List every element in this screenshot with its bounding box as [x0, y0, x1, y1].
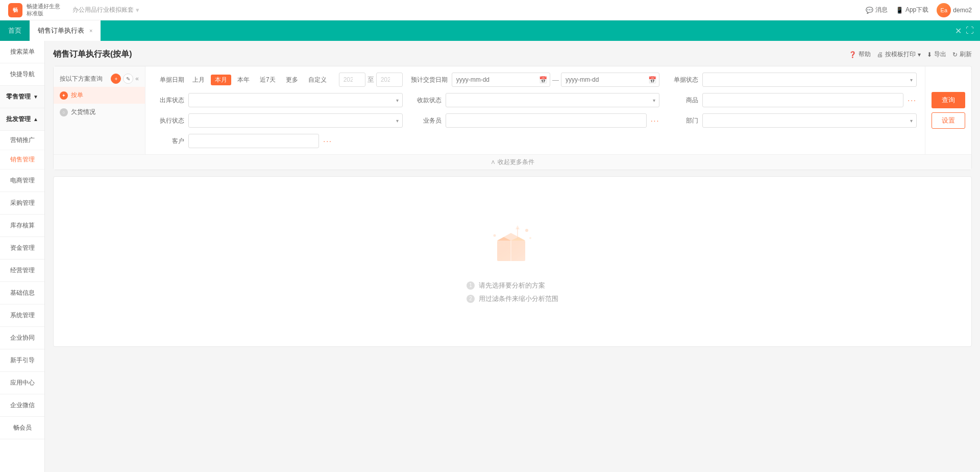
sidebar-item-collab[interactable]: 企业协同 [0, 327, 44, 349]
query-button[interactable]: 查询 [932, 92, 965, 108]
date-shortcut-custom[interactable]: 自定义 [304, 75, 331, 85]
avatar: Ea [937, 3, 951, 17]
scheme-add-button[interactable]: + [111, 74, 121, 84]
empty-state: 1 请先选择要分析的方案 2 用过滤条件来缩小分析范围 [53, 176, 972, 347]
export-button[interactable]: ⬇ 导出 [927, 50, 946, 59]
customer-label: 客户 [154, 137, 184, 146]
sidebar-item-wechat[interactable]: 企业微信 [0, 394, 44, 417]
payment-status-label: 收款状态 [411, 96, 442, 105]
template-print-button[interactable]: 🖨 按模板打印 ▾ [877, 50, 921, 59]
sidebar-item-guide[interactable]: 新手引导 [0, 349, 44, 372]
date-shortcut-more[interactable]: 更多 [282, 75, 302, 85]
date-shortcuts: 上月 本月 本年 近7天 更多 自定义 [188, 75, 331, 85]
delivery-status-select-wrap: ▾ [188, 93, 403, 107]
exp-cal-end-icon[interactable]: 📅 [648, 76, 656, 84]
sidebar-item-sales[interactable]: 销售管理 [0, 150, 44, 170]
date-start-wrap [339, 73, 365, 87]
sidebar-item-finance[interactable]: 资金管理 [0, 237, 44, 259]
exec-status-label: 执行状态 [154, 116, 184, 125]
department-select[interactable] [702, 113, 917, 128]
breadcrumb-arrow-icon[interactable]: ▾ [136, 6, 139, 14]
sidebar-item-inventory[interactable]: 库存核算 [0, 215, 44, 237]
message-button[interactable]: 💬 消息 [866, 6, 888, 14]
svg-point-5 [525, 229, 528, 232]
date-end-input[interactable] [376, 73, 403, 87]
exec-status-field: 执行状态 ▾ [154, 113, 403, 128]
scheme-sidebar: 按以下方案查询 + ✎ « ✦ 按单 ○ [54, 66, 145, 154]
customer-input[interactable] [188, 134, 319, 148]
date-start-input[interactable] [339, 73, 365, 87]
filter-area: 单据日期 上月 本月 本年 近7天 更多 自定义 [145, 66, 925, 154]
sidebar-item-ecommerce[interactable]: 电商管理 [0, 170, 44, 192]
payment-status-select[interactable] [446, 93, 660, 107]
salesperson-input[interactable] [446, 113, 647, 128]
close-tab-icon[interactable]: × [89, 28, 92, 34]
date-shortcut-this-month[interactable]: 本月 [211, 75, 231, 85]
sidebar-item-system[interactable]: 系统管理 [0, 304, 44, 327]
date-shortcut-last-month[interactable]: 上月 [188, 75, 209, 85]
header-right: 💬 消息 📱 App下载 Ea demo2 [866, 3, 972, 17]
exp-date-end-input[interactable] [561, 73, 659, 87]
exp-date-sep: — [552, 76, 559, 84]
sidebar-item-basic-info[interactable]: 基础信息 [0, 282, 44, 304]
sidebar-item-wholesale[interactable]: 批发管理 ▲ [0, 108, 44, 131]
goods-input[interactable] [702, 93, 903, 107]
sidebar-item-quicknav[interactable]: 快捷导航 [0, 63, 44, 86]
tab-home[interactable]: 首页 [0, 20, 30, 41]
empty-tips: 1 请先选择要分析的方案 2 用过滤条件来缩小分析范围 [467, 279, 558, 305]
order-status-select[interactable] [702, 73, 917, 87]
exec-status-select-wrap: ▾ [188, 113, 403, 128]
wholesale-arrow-icon: ▲ [33, 116, 38, 122]
svg-point-6 [529, 237, 531, 239]
sidebar-item-retail[interactable]: 零售管理 ▼ [0, 86, 44, 108]
salesperson-more-icon[interactable]: ··· [651, 116, 660, 125]
delivery-status-select[interactable] [188, 93, 403, 107]
payment-status-select-wrap: ▾ [446, 93, 660, 107]
exp-date-start-input[interactable] [452, 73, 550, 87]
refresh-button[interactable]: ↻ 刷新 [952, 50, 972, 59]
customer-field: 客户 ··· [154, 134, 332, 148]
scheme-item-shortage[interactable]: ○ 欠货情况 [54, 104, 145, 121]
customer-more-icon[interactable]: ··· [323, 137, 332, 145]
sidebar-item-member[interactable]: 畅会员 [0, 417, 44, 439]
close-window-icon[interactable]: ✕ [955, 26, 962, 36]
exec-status-select[interactable] [188, 113, 403, 128]
goods-field: 商品 ··· [668, 93, 917, 107]
app-download-button[interactable]: 📱 App下载 [896, 6, 928, 14]
svg-marker-9 [516, 225, 520, 229]
sidebar-item-purchase[interactable]: 采购管理 [0, 192, 44, 215]
collapse-bar[interactable]: ∧ 收起更多条件 [54, 154, 971, 170]
date-field: 单据日期 上月 本月 本年 近7天 更多 自定义 [154, 73, 403, 87]
help-button[interactable]: ❓ 帮助 [849, 50, 871, 59]
tip-num-2: 2 [467, 295, 475, 303]
date-shortcut-7days[interactable]: 近7天 [256, 75, 280, 85]
scheme-item-by-order[interactable]: ✦ 按单 [54, 87, 145, 104]
setting-button[interactable]: 设置 [932, 112, 965, 129]
search-panel: 按以下方案查询 + ✎ « ✦ 按单 ○ [53, 66, 972, 170]
tab-sales-order[interactable]: 销售订单执行表 × [30, 20, 101, 41]
goods-more-icon[interactable]: ··· [908, 96, 917, 104]
filter-row-4: 客户 ··· [154, 134, 917, 148]
exp-cal-start-icon[interactable]: 📅 [539, 76, 547, 84]
sidebar-item-search[interactable]: 搜索菜单 [0, 41, 44, 63]
date-shortcut-this-year[interactable]: 本年 [233, 75, 254, 85]
breadcrumb-text: 办公用品行业模拟账套 [72, 6, 134, 14]
sidebar-item-operations[interactable]: 经营管理 [0, 259, 44, 282]
date-range: 至 [339, 73, 403, 87]
department-field: 部门 ▾ [668, 113, 917, 128]
user-profile[interactable]: Ea demo2 [937, 3, 972, 17]
sidebar-item-apps[interactable]: 应用中心 [0, 372, 44, 394]
sidebar-item-marketing[interactable]: 营销推广 [0, 131, 44, 150]
tab-actions: ✕ ⛶ [955, 26, 980, 36]
expected-date-range: 📅 — 📅 [452, 73, 660, 87]
date-sep: 至 [368, 75, 374, 84]
expand-window-icon[interactable]: ⛶ [966, 26, 974, 35]
scheme-collapse-button[interactable]: « [135, 75, 139, 82]
tab-sales-order-label: 销售订单执行表 [38, 26, 84, 35]
scheme-dot-inactive: ○ [60, 108, 68, 116]
scheme-edit-button[interactable]: ✎ [123, 74, 133, 84]
export-icon: ⬇ [927, 51, 932, 58]
page-title: 销售订单执行表(按单) [53, 49, 132, 60]
exp-date-end-wrap: 📅 [561, 73, 659, 87]
empty-tip-2: 2 用过滤条件来缩小分析范围 [467, 292, 558, 305]
